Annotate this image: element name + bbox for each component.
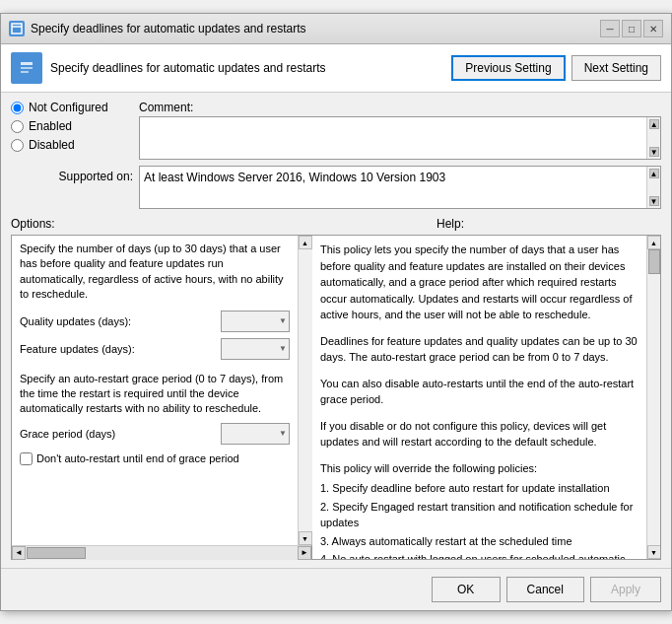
close-button[interactable]: ✕ <box>643 20 663 37</box>
comment-textarea[interactable] <box>140 117 646 159</box>
options-horiz-left-btn[interactable]: ◄ <box>12 546 26 560</box>
options-panel-scroll-area: Specify the number of days (up to 30 day… <box>12 236 311 545</box>
svg-rect-5 <box>21 71 29 73</box>
radio-group: Not Configured Enabled Disabled <box>11 101 139 152</box>
feature-dropdown-arrow: ▼ <box>279 344 287 353</box>
options-scroll-down-btn[interactable]: ▼ <box>299 531 312 545</box>
grace-label: Grace period (days) <box>20 428 217 440</box>
options-horiz-right-btn[interactable]: ► <box>298 546 311 560</box>
not-configured-label: Not Configured <box>29 101 108 114</box>
quality-dropdown[interactable]: ▼ <box>221 311 290 332</box>
help-list-item-2: 3. Always automatically restart at the s… <box>320 533 638 550</box>
disabled-input[interactable] <box>11 139 24 152</box>
options-panel: Specify the number of days (up to 30 day… <box>11 235 312 560</box>
options-content: Specify the number of days (up to 30 day… <box>12 236 298 545</box>
svg-rect-3 <box>21 62 33 65</box>
supported-scroll-up[interactable]: ▲ <box>649 169 659 178</box>
grace-field-row: Grace period (days) ▼ <box>20 423 290 445</box>
supported-value: At least Windows Server 2016, Windows 10… <box>140 167 646 208</box>
comment-area: Comment: ▲ ▼ <box>139 101 661 160</box>
not-configured-radio[interactable]: Not Configured <box>11 101 139 114</box>
feature-label: Feature updates (days): <box>20 343 217 355</box>
options-horiz-thumb <box>27 547 86 559</box>
apply-button[interactable]: Apply <box>590 577 661 602</box>
comment-field-container: ▲ ▼ <box>139 116 661 160</box>
header-icon <box>11 52 42 84</box>
svg-rect-4 <box>21 67 33 69</box>
comment-label: Comment: <box>139 101 193 114</box>
columns-header: Options: Help: <box>11 217 661 231</box>
maximize-button[interactable]: □ <box>622 20 641 37</box>
options-col-label: Options: <box>11 217 55 231</box>
options-horiz-track <box>26 546 298 560</box>
radio-comment-row: Not Configured Enabled Disabled Comment: <box>11 101 661 160</box>
previous-setting-button[interactable]: Previous Setting <box>451 55 565 81</box>
comment-label-row: Comment: <box>139 101 661 114</box>
help-list-item-1: 2. Specify Engaged restart transition an… <box>320 499 638 531</box>
feature-field-row: Feature updates (days): ▼ <box>20 338 290 360</box>
header-section: Specify deadlines for automatic updates … <box>1 44 671 93</box>
autorestart-checkbox-row: Don't auto-restart until end of grace pe… <box>20 452 290 465</box>
header-buttons: Previous Setting Next Setting <box>451 55 661 81</box>
quality-label: Quality updates (days): <box>20 315 217 327</box>
not-configured-input[interactable] <box>11 102 24 114</box>
ok-button[interactable]: OK <box>432 577 501 602</box>
svg-rect-0 <box>12 24 22 34</box>
help-col-label: Help: <box>437 217 464 231</box>
supported-box: At least Windows Server 2016, Windows 10… <box>139 166 661 209</box>
enabled-radio[interactable]: Enabled <box>11 119 139 133</box>
enabled-label: Enabled <box>29 119 72 133</box>
grace-text: Specify an auto-restart grace period (0 … <box>20 372 290 417</box>
feature-dropdown[interactable]: ▼ <box>221 338 290 360</box>
title-bar: Specify deadlines for automatic updates … <box>1 14 671 44</box>
header-title: Specify deadlines for automatic updates … <box>50 61 326 75</box>
supported-scroll-down[interactable]: ▼ <box>649 196 659 206</box>
header-left: Specify deadlines for automatic updates … <box>11 52 326 84</box>
help-scroll-thumb <box>648 249 660 274</box>
quality-dropdown-arrow: ▼ <box>279 316 287 325</box>
enabled-input[interactable] <box>11 120 24 133</box>
comment-scroll-down[interactable]: ▼ <box>649 147 659 157</box>
grace-dropdown[interactable]: ▼ <box>221 423 290 445</box>
title-bar-left: Specify deadlines for automatic updates … <box>9 21 306 36</box>
help-list: 1. Specify deadline before auto restart … <box>320 480 638 559</box>
autorestart-checkbox[interactable] <box>20 452 33 465</box>
window-title: Specify deadlines for automatic updates … <box>31 22 306 35</box>
next-setting-button[interactable]: Next Setting <box>571 55 661 81</box>
quality-field-row: Quality updates (days): ▼ <box>20 311 290 332</box>
options-scroll-track <box>299 249 312 531</box>
options-intro-text: Specify the number of days (up to 30 day… <box>20 242 290 303</box>
options-scroll-up-btn[interactable]: ▲ <box>299 236 312 249</box>
help-text-2: Deadlines for feature updates and qualit… <box>320 333 638 366</box>
supported-scrollbar: ▲ ▼ <box>646 167 660 208</box>
main-window: Specify deadlines for automatic updates … <box>0 13 672 611</box>
help-text-3: You can also disable auto-restarts until… <box>320 376 638 408</box>
help-list-item-3: 4. No auto-restart with logged on users … <box>320 551 638 559</box>
help-scroll-up-btn[interactable]: ▲ <box>647 236 661 249</box>
help-scroll-track <box>647 249 661 545</box>
help-scroll-down-btn[interactable]: ▼ <box>647 545 661 559</box>
help-text-4: If you disable or do not configure this … <box>320 418 638 451</box>
two-col-area: Specify the number of days (up to 30 day… <box>11 235 661 560</box>
help-scroll-area: This policy lets you specify the number … <box>312 236 660 559</box>
content-area: Not Configured Enabled Disabled Comment: <box>1 93 671 568</box>
title-controls: ─ □ ✕ <box>600 20 663 37</box>
footer: OK Cancel Apply <box>1 568 671 610</box>
autorestart-checkbox-label: Don't auto-restart until end of grace pe… <box>36 452 239 464</box>
help-content: This policy lets you specify the number … <box>312 236 646 559</box>
help-text-1: This policy lets you specify the number … <box>320 242 638 323</box>
minimize-button[interactable]: ─ <box>600 20 620 37</box>
disabled-radio[interactable]: Disabled <box>11 138 139 152</box>
help-list-item-0: 1. Specify deadline before auto restart … <box>320 480 638 497</box>
help-text-5: This policy will override the following … <box>320 460 638 477</box>
cancel-button[interactable]: Cancel <box>506 577 584 602</box>
comment-scroll-up[interactable]: ▲ <box>649 119 659 129</box>
comment-scrollbar: ▲ ▼ <box>646 117 660 159</box>
disabled-label: Disabled <box>29 138 75 152</box>
window-icon <box>9 21 25 36</box>
supported-label: Supported on: <box>11 166 139 183</box>
help-scrollbar: ▲ ▼ <box>646 236 660 559</box>
options-horiz-scrollbar: ◄ ► <box>12 545 311 559</box>
options-scrollbar: ▲ ▼ <box>298 236 311 545</box>
supported-row: Supported on: At least Windows Server 20… <box>11 166 661 209</box>
